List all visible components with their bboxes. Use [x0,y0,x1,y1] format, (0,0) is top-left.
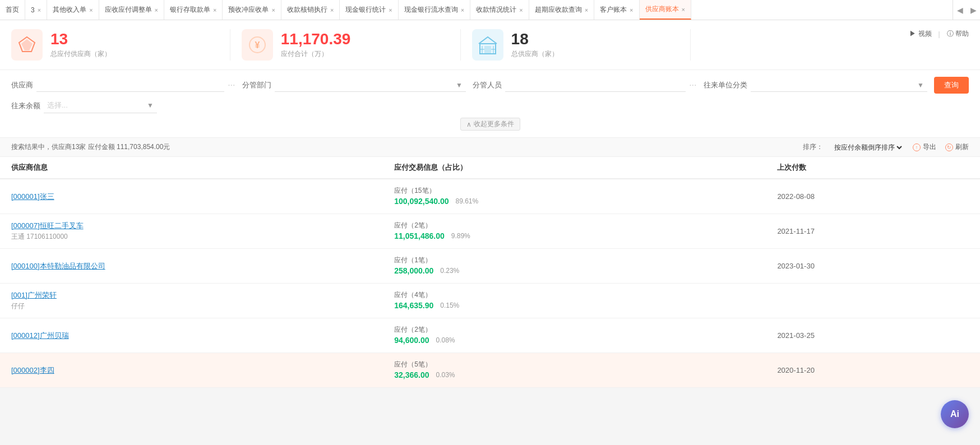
store-icon [472,29,503,61]
transaction-cell: 应付（5笔） 32,366.00 0.03% [394,360,777,381]
col-header-transaction: 应付交易信息（占比） [394,163,777,173]
summary-area: 13 总应付供应商（家） ¥ 11,170.39 应付合计（万） 18 [0,20,980,70]
transaction-amount[interactable]: 100,092,540.00 [394,197,449,206]
nav-tab-adjustment-label: 应收应付调整单 [105,5,152,15]
transaction-amount[interactable]: 32,366.00 [394,370,429,379]
last-pay-cell: 2020-11-20 [777,366,969,374]
payable-total-label: 应付合计（万） [281,49,351,59]
nav-tab-supplier-ledger-label: 供应商账本 [645,4,679,14]
transaction-amount[interactable]: 164,635.90 [394,301,433,310]
supplier-table: 供应商信息 应付交易信息（占比） 上次付数 [000001]张三 应付（15笔）… [0,157,980,388]
nav-tab-customer-ledger[interactable]: 客户账本 × [594,0,639,20]
close-icon[interactable]: × [330,7,334,13]
last-pay-cell: 2021-03-25 [777,331,969,340]
video-link[interactable]: ▶ 视频 [909,29,931,39]
export-icon: ↑ [913,143,921,151]
refresh-label: 刷新 [955,142,969,152]
filter-unit-type: 往来单位分类 ▼ [704,79,928,92]
transaction-amount[interactable]: 258,000.00 [394,266,433,275]
transaction-label: 应付（4笔） [394,290,777,300]
refresh-button[interactable]: ↻ 刷新 [945,142,969,152]
col-header-supplier: 供应商信息 [11,163,394,173]
close-icon[interactable]: × [682,6,685,13]
nav-tab-collection-label: 收款核销执行 [287,5,327,15]
close-icon[interactable]: × [461,7,464,13]
close-icon[interactable]: × [630,7,633,13]
supplier-info-cell: [000012]广州贝瑞 [11,331,394,341]
help-icon: ⓘ [947,30,954,38]
close-icon[interactable]: × [213,7,216,13]
results-summary-text: 搜索结果中，供应商13家 应付金额 111,703,854.00元 [11,142,170,152]
nav-tab-adjustment[interactable]: 应收应付调整单 × [99,0,164,20]
transaction-cell: 应付（1笔） 258,000.00 0.23% [394,256,777,276]
supplier-link[interactable]: [000007]恒旺二手叉车 [11,221,394,231]
nav-tab-other-income-label: 其他收入单 [53,5,86,15]
person-filter-input[interactable] [505,78,686,92]
transaction-amount[interactable]: 94,600.00 [394,336,429,345]
unit-type-dropdown-arrow-icon: ▼ [917,81,924,89]
summary-card-total-suppliers-info: 18 总供应商（家） [511,31,558,59]
nav-tab-cash-flow[interactable]: 现金银行流水查询 × [399,0,470,20]
close-icon[interactable]: × [271,7,275,13]
supplier-link[interactable]: [000100]本特勒油品有限公司 [11,261,394,271]
nav-prev-arrow[interactable]: ◀ [953,0,967,20]
transaction-percent: 9.89% [451,232,470,240]
supplier-sub: 王通 17106110000 [11,232,394,242]
unit-type-select[interactable]: ▼ [751,79,928,92]
transaction-row: 164,635.90 0.15% [394,300,777,311]
filter-area: 供应商 ··· 分管部门 ▼ 分管人员 ··· 往来单位分类 ▼ 查询 往来 [0,70,980,138]
transaction-percent: 0.08% [436,336,455,344]
nav-tab-bank-label: 银行存取款单 [170,5,210,15]
transaction-cell: 应付（2笔） 11,051,486.00 9.89% [394,221,777,242]
sort-label: 排序： [803,142,823,152]
play-icon: ▶ [909,30,916,38]
nav-tab-supplier-ledger[interactable]: 供应商账本 × [640,0,691,20]
supplier-more-icon[interactable]: ··· [228,80,235,90]
dept-dropdown-arrow-icon: ▼ [456,81,463,89]
nav-tab-prepay-label: 预收冲应收单 [228,5,269,15]
query-button[interactable]: 查询 [934,77,969,94]
close-icon[interactable]: × [155,7,158,13]
help-link[interactable]: ⓘ 帮助 [947,29,969,39]
supplier-link[interactable]: [000001]张三 [11,192,394,202]
collapse-button[interactable]: ∧ 收起更多条件 [460,118,520,131]
supplier-filter-input[interactable] [36,78,224,92]
export-label: 导出 [923,142,936,152]
nav-tab-other-income[interactable]: 其他收入单 × [47,0,99,20]
nav-tab-cash-stat[interactable]: 现金银行统计 × [340,0,398,20]
person-more-icon[interactable]: ··· [689,80,696,90]
transaction-percent: 0.03% [436,371,455,379]
separator: | [939,30,940,38]
nav-tab-receipt-stat[interactable]: 收款情况统计 × [470,0,529,20]
close-icon[interactable]: × [89,7,93,13]
close-icon[interactable]: × [389,7,392,13]
transaction-row: 11,051,486.00 9.89% [394,230,777,242]
last-pay-cell: 2023-01-30 [777,262,969,270]
supplier-info-cell: [000100]本特勒油品有限公司 [11,261,394,271]
nav-tab-collection[interactable]: 收款核销执行 × [281,0,340,20]
dept-filter-select[interactable]: ▼ [275,79,466,92]
nav-next-arrow[interactable]: ▶ [967,0,980,20]
nav-tab-bank[interactable]: 银行存取款单 × [164,0,223,20]
filter-row-1: 供应商 ··· 分管部门 ▼ 分管人员 ··· 往来单位分类 ▼ 查询 [11,77,969,94]
close-icon[interactable]: × [519,7,523,13]
table-row: [000012]广州贝瑞 应付（2笔） 94,600.00 0.08% 2021… [0,318,980,353]
balance-placeholder: 选择... [47,100,68,110]
close-icon[interactable]: × [585,7,588,13]
transaction-label: 应付（1笔） [394,256,777,265]
svg-rect-5 [484,46,491,54]
supplier-link[interactable]: [001]广州荣轩 [11,290,394,300]
payable-suppliers-label: 总应付供应商（家） [50,49,111,59]
balance-filter-select[interactable]: 选择... ▼ [44,98,157,113]
transaction-amount[interactable]: 11,051,486.00 [394,231,445,240]
supplier-link[interactable]: [000012]广州贝瑞 [11,331,394,341]
export-button[interactable]: ↑ 导出 [913,142,936,152]
svg-marker-1 [21,39,33,50]
nav-tab-overdue[interactable]: 超期应收款查询 × [529,0,594,20]
nav-tab-prepay[interactable]: 预收冲应收单 × [223,0,281,20]
close-icon[interactable]: × [38,7,41,13]
nav-tab-home[interactable]: 首页 [0,0,25,20]
supplier-link[interactable]: [000002]李四 [11,365,394,376]
sort-select[interactable]: 按应付余额倒序排序 [832,143,904,152]
nav-tab-3[interactable]: 3 × [25,0,47,20]
